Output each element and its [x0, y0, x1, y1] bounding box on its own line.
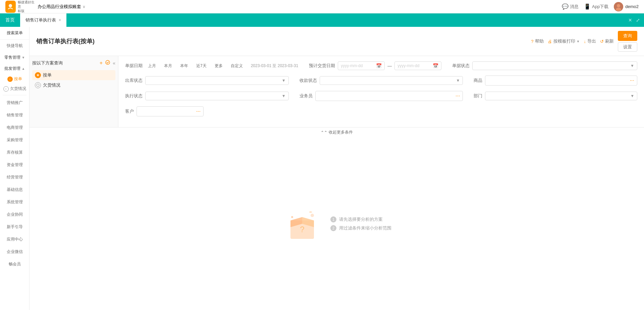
- svg-point-3: [616, 8, 621, 11]
- sidebar-item-wechat[interactable]: 企业微信: [0, 246, 29, 258]
- filter-delivery-status-field: 出库状态 ▼: [125, 76, 289, 85]
- expected-date-start-input[interactable]: yyyy-mm-dd 📅: [338, 61, 385, 70]
- filter-product-field: 商品 ···: [474, 75, 637, 86]
- app-download-button[interactable]: 📱 App下载: [584, 3, 608, 10]
- sidebar-sub-item-debt[interactable]: ○ 欠货情况: [0, 84, 29, 94]
- message-icon: 💬: [562, 3, 569, 10]
- collapse-bar[interactable]: ⌃⌃ 收起更多条件: [30, 127, 644, 137]
- date-tag-last-month[interactable]: 上月: [145, 62, 159, 70]
- product-dots-button[interactable]: ···: [630, 78, 634, 84]
- expected-date-end-input[interactable]: yyyy-mm-dd 📅: [394, 61, 441, 70]
- breadcrumb[interactable]: 办公用品行业模拟账套 ∨: [35, 4, 562, 10]
- sidebar-divider-1: [3, 95, 26, 95]
- svg-point-6: [37, 74, 39, 76]
- settings-button[interactable]: 设置: [618, 42, 637, 52]
- sidebar-item-inventory[interactable]: 库存核算: [0, 146, 29, 159]
- sidebar-item-marketing[interactable]: 营销推广: [0, 97, 29, 109]
- calendar-end-icon: 📅: [433, 63, 438, 68]
- maximize-window-button[interactable]: ⤢: [636, 17, 640, 23]
- page-actions: ? 帮助 🖨 按模板打印 ▼ ↓ 导出 ↺ 刷新 查询: [531, 31, 637, 52]
- sidebar-item-quick-nav[interactable]: 快捷导航: [0, 40, 29, 52]
- receipt-status-select[interactable]: ▼: [320, 76, 463, 85]
- plan-item-by-order[interactable]: 按单: [32, 70, 115, 80]
- receipt-dropdown-icon: ▼: [456, 78, 460, 83]
- sidebar-search[interactable]: 搜索菜单: [0, 27, 29, 40]
- filter-execution-status-field: 执行状态 ▼: [125, 92, 289, 100]
- salesperson-dots-button[interactable]: ···: [455, 93, 460, 99]
- add-plan-button[interactable]: +: [100, 60, 103, 66]
- salesperson-select[interactable]: ···: [315, 91, 463, 101]
- svg-point-7: [37, 84, 39, 87]
- wholesale-expand-icon: ▲: [22, 67, 25, 70]
- date-tag-more[interactable]: 更多: [212, 62, 225, 70]
- sidebar-item-member[interactable]: 畅会员: [0, 258, 29, 270]
- export-button[interactable]: ↓ 导出: [584, 38, 596, 44]
- date-tag-this-month[interactable]: 本月: [161, 62, 175, 70]
- filter-department-field: 部门 ▼: [474, 92, 637, 100]
- customer-select[interactable]: ···: [137, 106, 204, 116]
- execution-dropdown-icon: ▼: [282, 94, 286, 98]
- sidebar-item-basic-info[interactable]: 基础信息: [0, 184, 29, 196]
- sidebar-item-wholesale[interactable]: 批发管理 ▲: [0, 63, 29, 74]
- customer-dots-button[interactable]: ···: [196, 108, 201, 114]
- date-tag-7days[interactable]: 近7天: [194, 62, 209, 70]
- sidebar-item-sales[interactable]: 销售管理: [0, 109, 29, 121]
- step-1-number: 1: [330, 216, 336, 222]
- plan-item-by-debt[interactable]: 欠货情况: [32, 80, 115, 90]
- svg-point-0: [9, 4, 12, 7]
- edit-plan-button[interactable]: [105, 60, 110, 66]
- page-header: 销售订单执行表(按单) ? 帮助 🖨 按模板打印 ▼ ↓ 导出 ↺ 刷新: [30, 27, 644, 56]
- product-select[interactable]: ···: [485, 75, 637, 86]
- query-button[interactable]: 查询: [618, 31, 637, 41]
- status-select[interactable]: ▼: [472, 61, 637, 70]
- receipt-status-label: 收款状态: [300, 78, 317, 84]
- plan-by-order-label: 按单: [43, 72, 52, 78]
- print-button[interactable]: 🖨 按模板打印 ▼: [548, 38, 580, 44]
- date-separator: —: [387, 63, 392, 68]
- filter-salesperson-field: 业务员 ···: [300, 91, 463, 101]
- plan-active-icon: [35, 72, 41, 78]
- help-button[interactable]: ? 帮助: [531, 38, 543, 44]
- delivery-dropdown-icon: ▼: [282, 78, 286, 83]
- collapse-left-panel-button[interactable]: «: [113, 60, 115, 66]
- print-dropdown-icon: ▼: [577, 40, 580, 43]
- date-end-placeholder: yyyy-mm-dd: [397, 63, 419, 68]
- empty-text-area: 1 请先选择要分析的方案 2 用过滤条件来缩小分析范围: [330, 216, 391, 231]
- sidebar-item-retail[interactable]: 零售管理 ▼: [0, 52, 29, 63]
- filter-customer-field: 客户 ···: [125, 106, 204, 116]
- sidebar-sub-item-press-order[interactable]: ○ 按单: [0, 74, 29, 84]
- sidebar-item-purchase[interactable]: 采购管理: [0, 134, 29, 146]
- mobile-icon: 📱: [584, 3, 591, 10]
- delivery-status-select[interactable]: ▼: [145, 76, 289, 85]
- sidebar-item-finance[interactable]: 资金管理: [0, 159, 29, 171]
- close-window-button[interactable]: ×: [628, 17, 632, 24]
- left-panel-icon-group: + «: [100, 60, 115, 66]
- sidebar-item-guide[interactable]: 新手引导: [0, 221, 29, 233]
- execution-status-select[interactable]: ▼: [145, 92, 289, 100]
- message-button[interactable]: 💬 消息: [562, 3, 579, 10]
- left-panel: 按以下方案查询 + «: [30, 56, 118, 127]
- sidebar-item-system[interactable]: 系统管理: [0, 196, 29, 208]
- main-layout: 搜索菜单 快捷导航 零售管理 ▼ 批发管理 ▲ ○ 按单 ○ 欠货情况 营销推广…: [0, 27, 644, 310]
- tab-home[interactable]: 首页: [0, 13, 20, 27]
- logo-text: 畅捷通好生意 标版: [18, 0, 35, 13]
- sidebar-item-ecommerce[interactable]: 电商管理: [0, 121, 29, 134]
- retail-expand-icon: ▼: [22, 56, 25, 59]
- sidebar-item-ops[interactable]: 经营管理: [0, 171, 29, 184]
- step-2-text: 用过滤条件来缩小分析范围: [339, 225, 391, 231]
- user-area[interactable]: demo2: [614, 2, 639, 11]
- date-tag-custom[interactable]: 自定义: [228, 62, 246, 70]
- refresh-button[interactable]: ↺ 刷新: [600, 38, 614, 44]
- sidebar-item-app-center[interactable]: 应用中心: [0, 233, 29, 246]
- status-label: 单据状态: [452, 63, 470, 69]
- tab-close-button[interactable]: ×: [59, 18, 61, 22]
- sidebar-item-enterprise[interactable]: 企业协同: [0, 208, 29, 221]
- svg-point-4: [106, 60, 110, 64]
- collapse-arrow-icon: ⌃⌃: [321, 130, 327, 135]
- department-select[interactable]: ▼: [485, 92, 637, 100]
- window-controls: × ⤢: [624, 17, 644, 24]
- date-tag-this-year[interactable]: 本年: [177, 62, 191, 70]
- print-icon: 🖨: [548, 39, 552, 44]
- tab-sales-order[interactable]: 销售订单执行表 ×: [20, 13, 66, 27]
- breadcrumb-dropdown-icon[interactable]: ∨: [83, 4, 86, 9]
